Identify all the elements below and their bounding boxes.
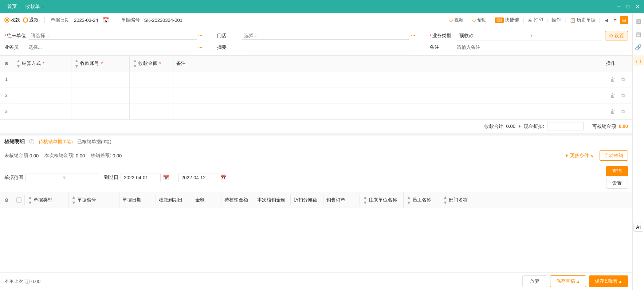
abandon-btn[interactable]: 放弃 xyxy=(522,275,547,287)
date-end-calendar-icon[interactable]: 📅 xyxy=(220,175,227,180)
more-conditions-btn[interactable]: ▼ 更多条件 ∧ xyxy=(564,152,594,159)
biz-type-select[interactable]: 预收款 ▼ xyxy=(457,31,602,40)
filter-settings-btn[interactable]: 设置 xyxy=(606,178,628,189)
save-new-btn[interactable]: 保存&新增 ▲ xyxy=(589,275,628,287)
bth-num-label: 单据编号 xyxy=(77,197,96,203)
save-draft-btn[interactable]: 保存草稿 ▲ xyxy=(550,275,586,287)
ai-button[interactable]: Ai xyxy=(633,223,643,232)
th-account-label: 收款账号 xyxy=(80,60,99,67)
row-1-settlement[interactable] xyxy=(13,71,71,87)
row-2-amount[interactable] xyxy=(130,87,173,103)
staff-input[interactable] xyxy=(26,43,197,51)
row-3-amount[interactable] xyxy=(130,103,173,119)
print-btn[interactable]: 🖨 打印 xyxy=(526,16,545,24)
video-btn[interactable]: ⊙ 视频 xyxy=(448,16,465,24)
window-max-btn[interactable]: □ xyxy=(625,3,631,10)
select-all-checkbox[interactable] xyxy=(16,197,21,203)
discount-input[interactable] xyxy=(547,122,584,130)
auto-verify-btn[interactable]: 自动核销 xyxy=(600,150,628,161)
biz-type-field: * 业务类型 预收款 ▼ ⚙ 设置 xyxy=(430,31,628,40)
query-btn[interactable]: 查询 xyxy=(606,166,628,176)
window-close-btn[interactable]: ✕ xyxy=(634,3,641,10)
row-2-delete-icon[interactable]: 🗑 xyxy=(609,91,617,99)
bottom-action-bar: 本单上次 i 0.00 放弃 保存草稿 ▲ 保存&新增 ▲ xyxy=(0,272,632,290)
history-btn[interactable]: 📋 历史单据 xyxy=(568,16,597,24)
range-select[interactable]: ▼ xyxy=(25,173,98,182)
sidebar-expand-icon[interactable]: ⬚ xyxy=(633,55,644,66)
bth-date: 单据日期 xyxy=(119,195,156,205)
remark-input[interactable] xyxy=(455,43,628,51)
summary-input[interactable] xyxy=(242,43,415,51)
date-end-input[interactable] xyxy=(178,173,218,182)
window-min-btn[interactable]: ─ xyxy=(616,3,622,10)
sidebar-link-icon[interactable]: 🔗 xyxy=(633,42,644,52)
nav-tab-close-icon[interactable]: × xyxy=(42,4,44,9)
shop-ellipsis-icon[interactable]: ··· xyxy=(411,33,415,39)
tab-pending[interactable]: 待核销单据(0笔) xyxy=(39,138,73,145)
settings-btn[interactable]: ⚙ 设置 xyxy=(605,31,628,40)
type-sort-icon[interactable]: ▲▼ xyxy=(28,195,32,205)
date-calendar-icon[interactable]: 📅 xyxy=(103,17,109,23)
table-gear-icon[interactable]: ⚙ xyxy=(0,59,13,68)
row-2-settlement[interactable] xyxy=(13,87,71,103)
radio-refund-label: 退款 xyxy=(29,17,39,23)
nav-home[interactable]: 首页 xyxy=(3,3,21,10)
row-2-copy-icon[interactable]: ⧉ xyxy=(619,91,627,99)
row-2-remark[interactable] xyxy=(173,87,603,103)
num-sort-icon[interactable]: ▲▼ xyxy=(71,195,76,205)
total-label: 收款合计 xyxy=(484,123,503,130)
range-filter: 单据范围 ▼ xyxy=(4,173,98,182)
unit-ellipsis-icon[interactable]: ··· xyxy=(198,33,203,39)
date-start-calendar-icon[interactable]: 📅 xyxy=(163,175,169,180)
row-3-copy-icon[interactable]: ⧉ xyxy=(619,107,627,115)
sidebar-list-icon[interactable]: ▤ xyxy=(633,29,644,39)
emp-sort-icon[interactable]: ▲▼ xyxy=(407,195,411,205)
bottom-table-gear-icon[interactable]: ⚙ xyxy=(0,195,13,205)
bth-unit-label: 往来单位名称 xyxy=(369,197,397,203)
unit-field: * 往来单位 ··· xyxy=(4,32,203,40)
operation-btn[interactable]: 操作 xyxy=(550,16,562,24)
amount-sort-icon[interactable]: ▲▼ xyxy=(133,58,137,69)
row-2-account[interactable] xyxy=(71,87,130,103)
bth-pending-label: 待核销金额 xyxy=(224,197,248,203)
video-label: 视频 xyxy=(454,17,464,23)
row-3-remark[interactable] xyxy=(173,103,603,119)
row-1-account[interactable] xyxy=(71,71,130,87)
shortcut-btn[interactable]: ⌨ 快捷键 xyxy=(494,16,521,24)
row-1-amount[interactable] xyxy=(130,71,173,87)
view-prev-icon[interactable]: ◀ xyxy=(602,16,610,24)
view-list-icon[interactable]: ≡ xyxy=(611,16,619,24)
dept-sort-icon[interactable]: ▲▼ xyxy=(443,195,448,205)
staff-ellipsis-icon[interactable]: ··· xyxy=(198,44,203,50)
view-icons: ◀ ≡ ⊞ xyxy=(602,16,628,24)
num-label: 单据编号 xyxy=(121,17,140,23)
help-btn[interactable]: ⊙ 帮助 xyxy=(471,16,488,24)
action-buttons: 放弃 保存草稿 ▲ 保存&新增 ▲ xyxy=(522,275,628,287)
bottom-info-icon[interactable]: i xyxy=(25,279,30,284)
settlement-sort-icon[interactable]: ▲▼ xyxy=(16,58,21,69)
date-start-input[interactable] xyxy=(121,173,161,182)
radio-receive[interactable]: 收款 xyxy=(4,17,20,23)
row-1-copy-icon[interactable]: ⧉ xyxy=(619,75,627,83)
bottom-table-checkbox[interactable] xyxy=(13,195,25,205)
table-row: 3 🗑 ⧉ xyxy=(0,103,632,119)
unit-sort-icon[interactable]: ▲▼ xyxy=(363,195,368,205)
account-sort-icon[interactable]: ▲▼ xyxy=(74,58,79,69)
row-3-settlement[interactable] xyxy=(13,103,71,119)
print-label: 打印 xyxy=(534,17,543,23)
nav-tab-receipt[interactable]: 收款单 × xyxy=(21,0,48,13)
tab-done[interactable]: 已核销单据(0笔) xyxy=(77,138,111,145)
row-3-delete-icon[interactable]: 🗑 xyxy=(609,107,617,115)
sidebar-table-icon[interactable]: ▦ xyxy=(633,16,644,26)
date-value[interactable]: 2023-03-24 xyxy=(74,17,98,23)
view-grid-icon[interactable]: ⊞ xyxy=(620,16,628,24)
row-1-delete-icon[interactable]: 🗑 xyxy=(609,75,617,83)
unit-input[interactable] xyxy=(29,32,197,40)
verification-info-icon[interactable]: i xyxy=(29,139,34,144)
row-1-remark[interactable] xyxy=(173,71,603,87)
row-3-account[interactable] xyxy=(71,103,130,119)
radio-refund[interactable]: 退款 xyxy=(23,17,39,23)
date-label: 到期日 xyxy=(104,174,118,181)
shop-input[interactable] xyxy=(242,32,409,40)
diff-amount: 核销差额: 0.00 xyxy=(91,152,122,159)
